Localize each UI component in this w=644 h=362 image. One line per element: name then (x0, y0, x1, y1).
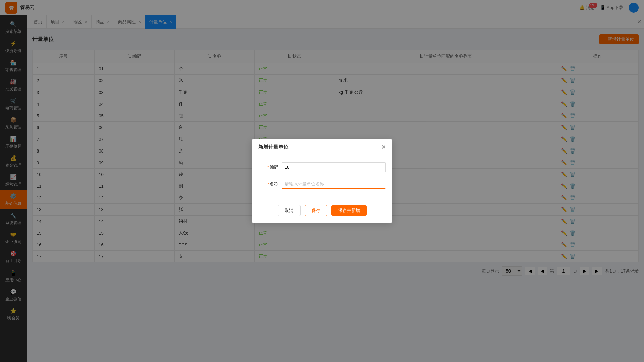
dialog-overlay: 新增计量单位 ✕ *编码 *名称 取消 保存 保存并新增 (0, 0, 644, 362)
dialog-footer: 取消 保存 保存并新增 (252, 201, 392, 223)
code-label: *编码 (258, 164, 278, 170)
save-and-new-button[interactable]: 保存并新增 (331, 205, 367, 216)
name-input[interactable] (282, 179, 386, 189)
name-required-star: * (267, 181, 269, 186)
form-row-name: *名称 (258, 179, 386, 189)
save-button[interactable]: 保存 (305, 205, 327, 216)
form-row-code: *编码 (258, 162, 386, 172)
code-required-star: * (267, 165, 269, 170)
add-unit-dialog: 新增计量单位 ✕ *编码 *名称 取消 保存 保存并新增 (252, 139, 392, 223)
dialog-close-button[interactable]: ✕ (381, 144, 386, 150)
cancel-button[interactable]: 取消 (278, 205, 301, 216)
name-label: *名称 (258, 181, 278, 187)
dialog-title: 新增计量单位 (258, 144, 288, 150)
dialog-body: *编码 *名称 (252, 154, 392, 201)
dialog-header: 新增计量单位 ✕ (252, 139, 392, 154)
code-input[interactable] (282, 162, 386, 172)
